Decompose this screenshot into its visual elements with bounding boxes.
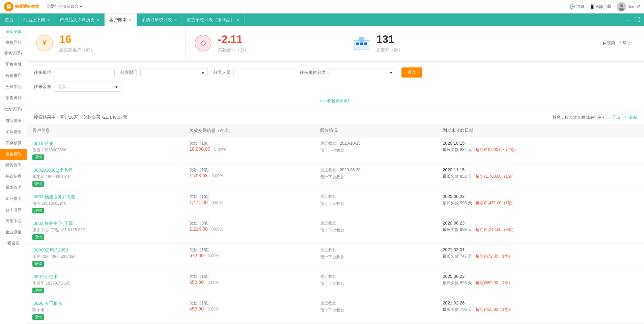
sidebar-item-retail-mgmt[interactable]: 零售管理 ▾: [0, 48, 27, 59]
chevron-down-icon: ▾: [115, 84, 118, 89]
owing-amount: 455.90: [189, 306, 204, 312]
next-payment: 预计下次收款: [320, 174, 432, 180]
recent-payment: 最近收款: [320, 274, 432, 279]
recent-payment: 最近收款: [320, 300, 432, 306]
tab-customer-account-label: 客户账本: [109, 17, 127, 23]
sidebar-item-ecommerce[interactable]: 电商管理: [0, 115, 27, 126]
sidebar-quick-nav[interactable]: 快捷导航: [0, 38, 27, 48]
sidebar-item-member[interactable]: 会员中心: [0, 81, 27, 92]
owing-count: 欠款（1笔）: [189, 247, 309, 253]
from-unit-input[interactable]: ...: [54, 68, 115, 77]
tab-import-stats[interactable]: 进货单统计表（按商品） ✕: [182, 13, 245, 26]
owing-amount-info: -2.11 欠款合计（万）: [218, 33, 249, 53]
sidebar-item-vip[interactable]: 畅会员: [0, 238, 27, 249]
overdue-link[interactable]: 超期¥1,214.00（3笔）: [475, 227, 516, 232]
export-label: 导出: [612, 115, 620, 120]
owing-customers-value: 16: [59, 33, 94, 46]
overdue-link[interactable]: 超期¥1,703.68（1笔）: [475, 174, 516, 179]
owing-info-cell: 欠款（1笔） 1,703.68 0.00%: [184, 164, 315, 190]
top-bar-right: 💬 消息 📱 App下载 demo2: [570, 2, 640, 11]
customer-name-link[interactable]: [0002]服务中心_丁磊: [32, 221, 73, 226]
dept-select[interactable]: ▾: [140, 68, 208, 77]
customer-name-link[interactable]: [0001020001]李老师: [32, 168, 73, 173]
customer-badge: 现销: [32, 314, 44, 320]
collapse-filters-button[interactable]: ∧∧ 收起更多条件: [34, 96, 637, 106]
customer-name-link[interactable]: [0007]小迸千: [32, 274, 58, 279]
sidebar-item-newbie[interactable]: 新手引导: [0, 204, 27, 215]
unit-category-select[interactable]: ▾: [329, 68, 396, 77]
sidebar-item-retail-store[interactable]: 零售商城: [0, 59, 27, 70]
customer-info-cell: [0007]小迸千 小迸千 18279152100 现销: [27, 270, 184, 297]
customer-info-cell: [0003]畅捷服务尹海燕 海燕 18513066976 现销: [27, 190, 184, 217]
customer-badge: 现销: [32, 234, 44, 240]
sidebar-item-app-center[interactable]: 应用中心: [0, 215, 27, 227]
due-date-cell: 2020.06.23 最长欠款 998 天 超期¥652.00（1笔）: [437, 270, 644, 297]
tab-customer-account[interactable]: 客户账本 ✕: [105, 13, 137, 26]
owing-amount-icon: ◇: [194, 34, 213, 53]
sidebar-item-finance[interactable]: 资金管理: [0, 149, 27, 160]
filter-person: 分管人员 ...: [213, 68, 294, 77]
person-input[interactable]: ...: [233, 68, 294, 77]
owing-count: 欠款（3笔）: [189, 220, 309, 226]
owing-info-cell: 欠款（1笔） 1,471.00 0.00%: [184, 190, 315, 217]
th-collection: 回收情况: [315, 124, 437, 137]
search-button[interactable]: 查询: [401, 67, 422, 78]
customer-name-link[interactable]: [0003]畅捷服务尹海燕: [32, 194, 75, 199]
tab-home[interactable]: 首页: [0, 13, 19, 26]
tab-product-history[interactable]: 产成品入库单历史 ✕: [55, 13, 105, 26]
sidebar-item-enterprise-wx[interactable]: 企业微信: [0, 227, 27, 238]
sidebar-item-business-mgmt[interactable]: 经营管理: [0, 160, 27, 171]
th-owing-info: 欠款交易信息（占比）: [184, 124, 315, 137]
overdue-link[interactable]: 超期¥1,471.00（1笔）: [475, 201, 516, 205]
next-payment: 预计下次收款: [320, 281, 432, 287]
overdue-link[interactable]: 超期¥10,000.00（1笔）: [475, 147, 518, 152]
refresh-button[interactable]: ↻ 刷新: [624, 115, 637, 120]
tab-product-offline[interactable]: 商品上下架 ✕: [19, 13, 55, 26]
collection-cell: 最近收款 2020-10-15 预计下次收款: [315, 137, 437, 164]
sidebar-item-sys-mgmt[interactable]: 系统管理: [0, 182, 27, 193]
tab-product-offline-close[interactable]: ✕: [47, 18, 50, 22]
customer-name-link[interactable]: [0016]吕俊: [32, 141, 53, 146]
batch-mgmt-label: 批发管理: [4, 107, 20, 112]
sidebar-item-inventory[interactable]: 库存核算: [0, 138, 27, 149]
company-selector[interactable]: 母婴行业演示账套 ▾: [42, 4, 82, 9]
export-button[interactable]: ○ 导出: [609, 115, 620, 120]
user-profile[interactable]: demo2: [617, 2, 640, 11]
overdue-link[interactable]: 超期¥672.00（1笔）: [475, 254, 512, 259]
tab-purchase-order[interactable]: 采购订单统计表 ✕: [137, 13, 182, 26]
sort-button[interactable]: 排序：按欠款金额倒序排序 ▾: [553, 115, 605, 120]
tab-customer-account-close[interactable]: ✕: [129, 18, 132, 22]
tab-minimize-button[interactable]: —: [624, 17, 632, 23]
tab-maximize-button[interactable]: ⛶: [633, 17, 641, 23]
overdue-link[interactable]: 超期¥455.90（1笔）: [475, 307, 512, 312]
app-download-button[interactable]: 📱 App下载: [590, 4, 611, 9]
owing-count: 欠款（1笔）: [189, 167, 309, 173]
tab-purchase-order-close[interactable]: ✕: [174, 18, 177, 22]
message-button[interactable]: 💬 消息: [570, 4, 584, 9]
chevron-down-icon: ▾: [21, 108, 23, 111]
table-summary-left: 搜索结果中，客户16家 欠款金额 -21,148.07元: [34, 114, 127, 120]
message-icon: 💬: [570, 4, 575, 9]
customer-name-link[interactable]: [0006]去下粮仓: [32, 301, 62, 306]
tab-product-history-close[interactable]: ✕: [97, 18, 100, 22]
customer-name-link[interactable]: [000002]用户2050: [32, 247, 68, 253]
next-payment: 预计下次收款: [320, 148, 432, 153]
video-link[interactable]: ▶ 视频: [603, 40, 615, 46]
max-days: 最长欠款 853 天: [443, 174, 474, 179]
help-link[interactable]: ? 帮助: [619, 40, 631, 46]
sidebar-item-batch-mgmt[interactable]: 批发管理 ▾: [0, 104, 27, 115]
sidebar-item-retail-stats[interactable]: 零售统计: [0, 92, 27, 104]
sidebar-section-batch: 批发管理 ▾: [0, 104, 27, 115]
customer-info-cell: [0016]吕俊 吕俊 13026203696 现销: [27, 137, 184, 164]
sidebar-search[interactable]: 搜索菜单: [0, 26, 27, 38]
sort-label: 排序：按欠款金额倒序排序: [553, 115, 601, 120]
sidebar-item-enterprise[interactable]: 企业协同: [0, 193, 27, 204]
sidebar-item-purchase-mgmt[interactable]: 采购管理: [0, 126, 27, 138]
sidebar-item-basic-info[interactable]: 基础信息: [0, 171, 27, 182]
remaining-select[interactable]: 选择... ▾: [54, 82, 121, 92]
overdue-link[interactable]: 超期¥652.00（1笔）: [475, 281, 512, 285]
tab-import-stats-close[interactable]: ✕: [237, 18, 240, 22]
th-customer-info: 客户信息: [27, 124, 184, 137]
svg-text:◇: ◇: [200, 38, 206, 47]
sidebar-item-marketing[interactable]: 营销推广: [0, 70, 27, 81]
